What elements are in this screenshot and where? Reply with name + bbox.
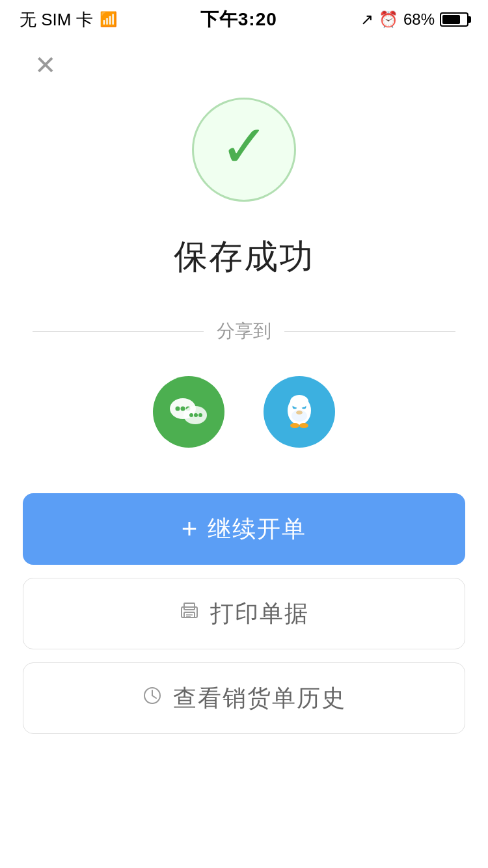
alarm-icon: ⏰: [379, 10, 398, 29]
success-circle: ✓: [192, 98, 296, 202]
svg-point-16: [299, 423, 308, 428]
view-history-button[interactable]: 查看销货单历史: [23, 662, 465, 734]
location-icon: ↗: [360, 10, 373, 29]
history-label: 查看销货单历史: [173, 683, 346, 714]
action-buttons: + 继续开单 打印单据: [23, 493, 465, 734]
share-icons-row: [153, 376, 335, 448]
svg-point-14: [290, 395, 308, 408]
svg-point-6: [194, 413, 198, 417]
wechat-logo-icon: [168, 394, 210, 430]
svg-point-5: [189, 413, 193, 417]
close-button[interactable]: ✕: [26, 46, 65, 85]
qq-logo-icon: [280, 391, 318, 433]
battery-percent: 68%: [403, 10, 435, 29]
status-left: 无 SIM 卡 📶: [20, 8, 117, 31]
svg-point-17: [291, 410, 307, 422]
status-bar: 无 SIM 卡 📶 下午3:20 ↗ ⏰ 68%: [0, 0, 488, 39]
close-icon: ✕: [34, 52, 57, 78]
wechat-share-button[interactable]: [153, 376, 224, 448]
print-icon: [179, 601, 200, 627]
status-time: 下午3:20: [200, 7, 277, 32]
print-button[interactable]: 打印单据: [23, 578, 465, 649]
svg-point-1: [175, 406, 180, 411]
continue-order-label: 继续开单: [208, 513, 306, 545]
svg-line-25: [152, 696, 156, 698]
print-label: 打印单据: [210, 598, 309, 630]
qq-share-button[interactable]: [264, 376, 335, 448]
share-label: 分享到: [204, 319, 284, 344]
success-title: 保存成功: [174, 234, 314, 280]
continue-order-button[interactable]: + 继续开单: [23, 493, 465, 565]
main-content: ✓ 保存成功 分享到: [0, 39, 488, 734]
svg-point-2: [180, 406, 185, 411]
sim-status: 无 SIM 卡: [20, 8, 93, 31]
battery-icon: [440, 12, 468, 27]
status-right: ↗ ⏰ 68%: [360, 10, 468, 29]
plus-icon: +: [182, 515, 198, 543]
svg-point-15: [290, 423, 299, 428]
history-icon: [142, 685, 163, 711]
checkmark-icon: ✓: [220, 117, 269, 176]
svg-point-7: [198, 413, 202, 417]
share-section: 分享到: [0, 319, 488, 344]
wifi-icon: 📶: [100, 11, 117, 28]
